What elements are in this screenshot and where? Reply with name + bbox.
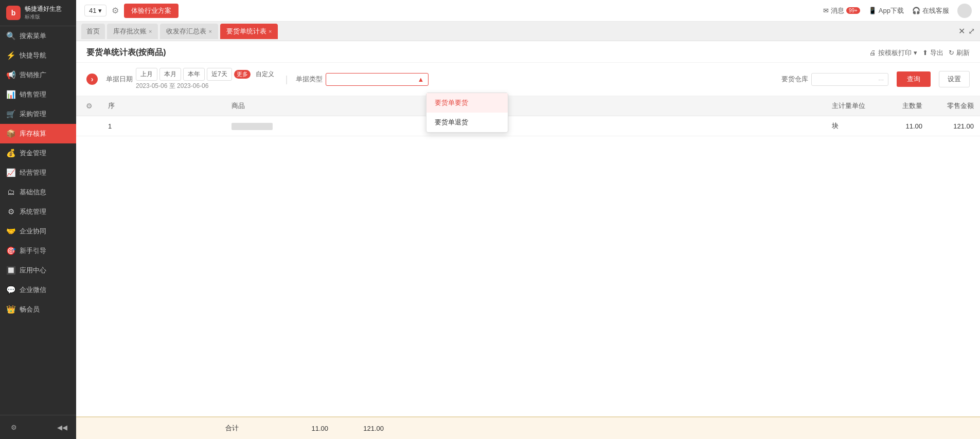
- tab-expand-icon[interactable]: ⤢: [968, 26, 975, 36]
- tab-inventory-batch-label: 库存批次账: [113, 27, 147, 36]
- date-7days-btn[interactable]: 近7天: [207, 68, 232, 81]
- sidebar-item-purchase[interactable]: 🛒 采购管理: [0, 104, 76, 124]
- sidebar-item-appcenter[interactable]: 🔲 应用中心: [0, 261, 76, 280]
- logo-sub: 标准版: [25, 13, 62, 21]
- tab-order-stats[interactable]: 要货单统计表 ×: [220, 24, 278, 39]
- settings-icon[interactable]: ⚙: [112, 6, 119, 15]
- nav-icon-enterprise: 🤝: [6, 227, 15, 236]
- store-selector[interactable]: 41 ▾: [84, 5, 106, 16]
- export-label: 导出: [930, 48, 943, 58]
- sidebar-item-operation[interactable]: 📈 经营管理: [0, 163, 76, 182]
- dropdown-item-yaohuo[interactable]: 要货单要货: [426, 93, 508, 113]
- nav-icon-marketing: 📢: [6, 70, 15, 80]
- page-actions: 🖨 按模板打印 ▾ ⬆ 导出 ↻ 刷新: [869, 48, 970, 58]
- refresh-button[interactable]: ↻ 刷新: [949, 48, 970, 58]
- footer-qty: 11.00: [277, 425, 328, 432]
- sidebar-item-guide[interactable]: 🎯 新手引导: [0, 241, 76, 261]
- sidebar-item-member[interactable]: 👑 畅会员: [0, 300, 76, 319]
- tab-bar: 首页 库存批次账 × 收发存汇总表 × 要货单统计表 × ✕ ⤢: [76, 22, 980, 41]
- type-filter-select[interactable]: ▲: [326, 73, 429, 86]
- th-settings[interactable]: ⚙: [76, 96, 102, 116]
- data-table: ⚙ 序 商品 主计量单位 主数量 零售金额 1: [76, 96, 980, 136]
- th-qty: 主数量: [877, 96, 929, 116]
- app-download-action[interactable]: 📱 App下载: [868, 6, 904, 15]
- th-amount: 零售金额: [929, 96, 980, 116]
- sidebar-item-basic[interactable]: 🗂 基础信息: [0, 182, 76, 202]
- nav-icon-system: ⚙: [6, 207, 15, 216]
- sidebar-item-quicknav[interactable]: ⚡ 快捷导航: [0, 46, 76, 65]
- print-icon: 🖨: [869, 49, 876, 57]
- nav-icon-basic: 🗂: [6, 188, 15, 197]
- nav-label-guide: 新手引导: [20, 246, 46, 255]
- print-button[interactable]: 🖨 按模板打印 ▾: [869, 48, 917, 58]
- table-footer: 合计 11.00 121.00: [76, 416, 980, 439]
- date-last-month-btn[interactable]: 上月: [136, 68, 157, 81]
- tab-home[interactable]: 首页: [81, 24, 105, 39]
- collapse-icon[interactable]: ◀◀: [55, 419, 70, 435]
- message-icon: ✉: [823, 7, 829, 14]
- nav-icon-purchase: 🛒: [6, 109, 15, 119]
- tab-close-icon[interactable]: ×: [208, 28, 211, 34]
- nav-label-enterprise: 企业协同: [20, 227, 46, 236]
- tab-close-all-icon[interactable]: ✕: [958, 26, 965, 36]
- sidebar-item-wechat[interactable]: 💬 企业微信: [0, 280, 76, 300]
- search-icon: 🔍: [6, 31, 15, 41]
- header-left: 41 ▾ ⚙ 体验行业方案: [84, 4, 179, 18]
- export-button[interactable]: ⬆ 导出: [922, 48, 943, 58]
- date-buttons: 上月 本月 本年 近7天 更多 自定义: [136, 68, 277, 81]
- sidebar: b 畅捷通好生意 标准版 🔍 搜索菜单 ⚡ 快捷导航 📢 营销推广 📊 销售管理…: [0, 0, 76, 439]
- type-filter-group: 单据类型 ▲: [296, 73, 773, 86]
- refresh-label: 刷新: [956, 48, 970, 58]
- date-this-year-btn[interactable]: 本年: [183, 68, 205, 81]
- dropdown-item-yaohuo-label: 要货单要货: [435, 99, 468, 106]
- nav-label-wechat: 企业微信: [20, 285, 46, 295]
- settings-icon[interactable]: ⚙: [6, 419, 22, 435]
- app-download-label: App下载: [879, 6, 904, 15]
- trial-button[interactable]: 体验行业方案: [124, 4, 179, 18]
- setting-button[interactable]: 设置: [939, 71, 970, 87]
- td-seq: 1: [102, 116, 225, 136]
- date-more-badge[interactable]: 更多: [234, 70, 251, 79]
- td-unit: 块: [826, 116, 877, 136]
- query-button[interactable]: 查询: [897, 71, 931, 87]
- date-custom-btn[interactable]: 自定义: [253, 68, 277, 80]
- nav-label-sales: 销售管理: [20, 90, 46, 99]
- nav-icon-appcenter: 🔲: [6, 266, 15, 275]
- type-filter-label: 单据类型: [296, 75, 323, 84]
- header-right: ✉ 消息 99+ 📱 App下载 🎧 在线客服: [823, 4, 972, 18]
- warehouse-filter-label: 要货仓库: [781, 75, 808, 84]
- filter-expand-button[interactable]: ›: [86, 74, 98, 85]
- nav-label-finance: 资金管理: [20, 149, 46, 158]
- sidebar-item-inventory[interactable]: 📦 库存核算: [0, 124, 76, 143]
- online-service-action[interactable]: 🎧 在线客服: [912, 6, 949, 15]
- table-wrapper: ⚙ 序 商品 主计量单位 主数量 零售金额 1: [76, 96, 980, 416]
- sidebar-item-enterprise[interactable]: 🤝 企业协同: [0, 222, 76, 241]
- warehouse-filter-input[interactable]: ···: [811, 73, 888, 86]
- warehouse-more-icon[interactable]: ···: [878, 76, 884, 83]
- sidebar-item-finance[interactable]: 💰 资金管理: [0, 143, 76, 163]
- warehouse-filter-group: 要货仓库 ···: [781, 73, 888, 86]
- sidebar-item-system[interactable]: ⚙ 系统管理: [0, 202, 76, 222]
- sidebar-item-sales[interactable]: 📊 销售管理: [0, 85, 76, 104]
- type-filter-chevron-icon: ▲: [418, 76, 424, 83]
- column-settings-icon[interactable]: ⚙: [86, 102, 93, 110]
- logo-icon: b: [6, 6, 21, 20]
- tab-collect-summary-label: 收发存汇总表: [166, 27, 206, 36]
- nav-icon-finance: 💰: [6, 149, 15, 158]
- message-action[interactable]: ✉ 消息 99+: [823, 6, 860, 15]
- td-goods: [225, 116, 826, 136]
- tab-inventory-batch[interactable]: 库存批次账 ×: [107, 24, 158, 39]
- sidebar-item-search[interactable]: 🔍 搜索菜单: [0, 26, 76, 46]
- message-badge: 99+: [846, 7, 860, 14]
- tab-close-icon[interactable]: ×: [269, 28, 272, 34]
- export-icon: ⬆: [922, 49, 928, 57]
- nav-icon-operation: 📈: [6, 168, 15, 177]
- message-label: 消息: [831, 6, 844, 15]
- tab-close-icon[interactable]: ×: [149, 28, 152, 34]
- nav-icon-sales: 📊: [6, 90, 15, 99]
- sidebar-item-marketing[interactable]: 📢 营销推广: [0, 65, 76, 85]
- dropdown-item-tuihuo[interactable]: 要货单退货: [426, 113, 508, 132]
- date-this-month-btn[interactable]: 本月: [159, 68, 181, 81]
- tab-collect-summary[interactable]: 收发存汇总表 ×: [160, 24, 218, 39]
- avatar[interactable]: [957, 4, 972, 18]
